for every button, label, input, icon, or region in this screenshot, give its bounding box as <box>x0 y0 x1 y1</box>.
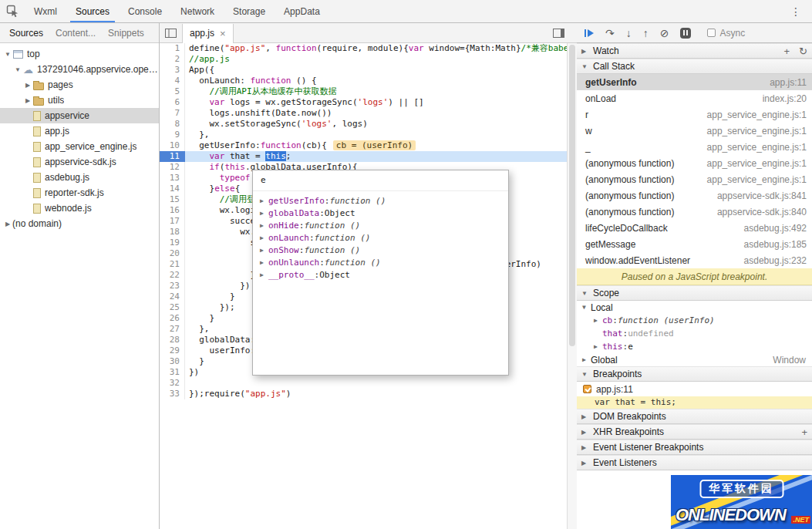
chevron-down-icon[interactable]: ▼ <box>3 51 12 58</box>
deactivate-breakpoints-button[interactable]: ⊘ <box>660 28 669 39</box>
code-line[interactable]: 8 wx.setStorageSync('logs', logs) <box>160 119 567 130</box>
resume-script-button[interactable] <box>585 29 594 37</box>
code-line[interactable]: 4 onLaunch: function () { <box>160 76 567 86</box>
line-number[interactable]: 28 <box>160 335 185 345</box>
tree-item[interactable]: ▼☁137291046.appservice.open.we <box>0 62 159 77</box>
popup-property[interactable]: ▶globalData: Object <box>253 207 508 219</box>
navigator-toggle-icon[interactable] <box>160 29 182 38</box>
right-panel-toggle-icon[interactable] <box>548 29 577 38</box>
close-tab-icon[interactable]: × <box>220 28 226 39</box>
chevron-right-icon[interactable]: ▶ <box>594 317 602 324</box>
tab-storage[interactable]: Storage <box>224 0 275 22</box>
line-number[interactable]: 32 <box>160 378 185 389</box>
step-out-button[interactable]: ↑ <box>643 28 649 39</box>
line-number[interactable]: 31 <box>160 367 185 378</box>
chevron-down-icon[interactable]: ▼ <box>581 371 590 378</box>
breakpoints-header[interactable]: ▼ Breakpoints <box>577 366 812 382</box>
chevron-right-icon[interactable]: ▶ <box>23 97 32 104</box>
chevron-down-icon[interactable]: ▼ <box>582 304 591 311</box>
chevron-down-icon[interactable]: ▼ <box>581 290 590 297</box>
line-number[interactable]: 9 <box>160 130 185 140</box>
line-number[interactable]: 12 <box>160 162 185 173</box>
code-line[interactable]: 33});require("app.js") <box>160 389 567 399</box>
code-line[interactable]: 32 <box>160 378 567 389</box>
code-line[interactable]: 3App({ <box>160 65 567 76</box>
chevron-right-icon[interactable]: ▶ <box>594 343 602 350</box>
call-stack-frame[interactable]: (anonymous function)appservice-sdk.js:84… <box>577 187 812 204</box>
scrollbar-thumb[interactable] <box>569 45 575 346</box>
chevron-right-icon[interactable]: ▶ <box>260 259 268 266</box>
popup-property[interactable]: ▶onHide: function () <box>253 219 508 231</box>
tab-appdata[interactable]: AppData <box>275 0 329 22</box>
line-number[interactable]: 5 <box>160 86 185 97</box>
chevron-right-icon[interactable]: ▶ <box>260 247 268 254</box>
tab-wxml[interactable]: Wxml <box>25 0 66 22</box>
chevron-right-icon[interactable]: ▶ <box>581 429 590 436</box>
add-watch-icon[interactable]: + <box>784 45 790 57</box>
refresh-watch-icon[interactable]: ↻ <box>799 45 807 57</box>
call-stack-frame[interactable]: getUserInfoapp.js:11 <box>577 74 812 90</box>
line-number[interactable]: 13 <box>160 173 185 184</box>
popup-property[interactable]: ▶onLaunch: function () <box>253 231 508 244</box>
scope-local[interactable]: ▼Local <box>577 301 812 314</box>
add-xhr-breakpoint-icon[interactable]: + <box>801 426 807 438</box>
editor-scrollbar[interactable] <box>567 43 577 529</box>
chevron-right-icon[interactable]: ▶ <box>260 271 268 278</box>
call-stack-frame[interactable]: rapp_service_engine.js:1 <box>577 106 812 123</box>
tree-item[interactable]: asdebug.js <box>0 170 159 185</box>
line-number[interactable]: 21 <box>160 259 185 270</box>
chevron-right-icon[interactable]: ▶ <box>581 444 590 451</box>
call-stack-frame[interactable]: wapp_service_engine.js:1 <box>577 123 812 139</box>
popup-property[interactable]: ▶onShow: function () <box>253 244 508 256</box>
breakpoint-checkbox[interactable] <box>583 385 591 393</box>
line-number[interactable]: 14 <box>160 184 185 194</box>
line-number[interactable]: 26 <box>160 313 185 324</box>
left-tab-sources[interactable]: Sources <box>3 28 49 39</box>
chevron-right-icon[interactable]: ▶ <box>581 48 590 55</box>
line-number[interactable]: 8 <box>160 119 185 130</box>
code-line[interactable]: 2//app.js <box>160 54 567 65</box>
watch-section-header[interactable]: ▶ Watch + ↻ <box>577 43 812 59</box>
call-stack-frame[interactable]: (anonymous function)app_service_engine.j… <box>577 155 812 171</box>
tab-sources[interactable]: Sources <box>66 0 119 22</box>
line-number[interactable]: 10 <box>160 140 185 151</box>
chevron-right-icon[interactable]: ▶ <box>582 356 591 363</box>
line-number[interactable]: 17 <box>160 216 185 227</box>
call-stack-frame[interactable]: onLoadindex.js:20 <box>577 90 812 106</box>
line-number[interactable]: 29 <box>160 345 185 356</box>
scope-variable[interactable]: ▶cb: function (userInfo) <box>577 314 812 327</box>
section-dom-breakpoints[interactable]: ▶DOM Breakpoints <box>577 409 812 424</box>
chevron-right-icon[interactable]: ▶ <box>260 222 268 229</box>
call-stack-frame[interactable]: (anonymous function)app_service_engine.j… <box>577 171 812 187</box>
line-number[interactable]: 16 <box>160 205 185 216</box>
breakpoint-source-line[interactable]: var that = this; <box>577 396 812 409</box>
tree-item[interactable]: app.js <box>0 123 159 139</box>
line-number[interactable]: 4 <box>160 76 185 86</box>
tree-item[interactable]: ▼top <box>0 46 159 62</box>
tree-item[interactable]: app_service_engine.js <box>0 139 159 154</box>
line-number[interactable]: 2 <box>160 54 185 65</box>
scope-global[interactable]: ▶GlobalWindow <box>577 353 812 366</box>
line-number[interactable]: 1 <box>160 43 185 54</box>
left-tab-snippets[interactable]: Snippets <box>102 28 150 39</box>
tree-item[interactable]: webnode.js <box>0 200 159 216</box>
code-line[interactable]: 11 var that = this; <box>160 151 567 162</box>
code-line[interactable]: 1define("app.js", function(require, modu… <box>160 43 567 54</box>
call-stack-frame[interactable]: getMessageasdebug.js:185 <box>577 236 812 252</box>
line-number[interactable]: 3 <box>160 65 185 76</box>
tab-console[interactable]: Console <box>119 0 171 22</box>
line-number[interactable]: 33 <box>160 389 185 399</box>
scope-variable[interactable]: that: undefined <box>577 327 812 340</box>
line-number[interactable]: 20 <box>160 248 185 259</box>
line-number[interactable]: 11 <box>160 151 185 162</box>
inspect-element-icon[interactable] <box>0 5 25 18</box>
popup-property[interactable]: ▶__proto__: Object <box>253 268 508 281</box>
line-number[interactable]: 30 <box>160 356 185 367</box>
section-xhr-breakpoints[interactable]: ▶XHR Breakpoints+ <box>577 424 812 440</box>
popup-property[interactable]: ▶onUnlaunch: function () <box>253 256 508 268</box>
line-number[interactable]: 15 <box>160 194 185 205</box>
step-over-button[interactable]: ↷ <box>605 28 615 39</box>
line-number[interactable]: 23 <box>160 281 185 291</box>
line-number[interactable]: 6 <box>160 97 185 108</box>
pause-on-exceptions-button[interactable] <box>680 28 691 39</box>
